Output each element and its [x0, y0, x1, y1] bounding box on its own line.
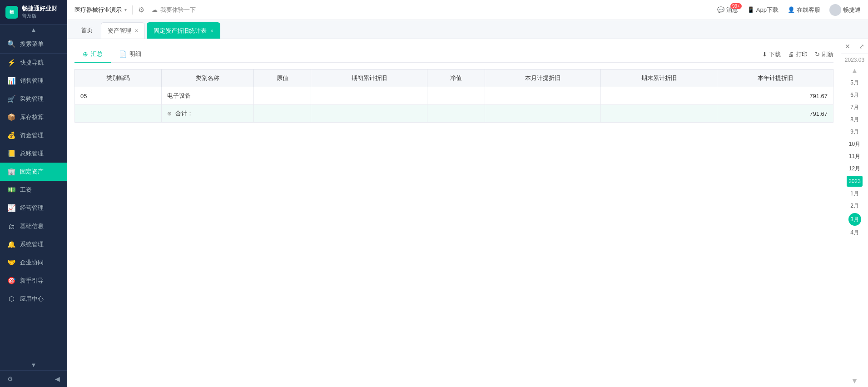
- tab-asset-mgmt[interactable]: 资产管理 ×: [101, 22, 145, 39]
- purchase-icon: 🛒: [7, 95, 15, 103]
- sidebar-item-sales[interactable]: 📊 销售管理: [0, 72, 67, 90]
- sidebar-item-label: 基础信息: [20, 222, 44, 230]
- month-item-4[interactable]: 4月: [841, 227, 868, 239]
- sidebar-item-label: 应用中心: [20, 295, 44, 303]
- right-panel: ✕ ⤢ 2023.03 ▲ 5月 6月 7月 8月 9月 10月 11月 12月…: [841, 39, 868, 387]
- sidebar: 畅 畅捷通好业财 普及版 ▲ 🔍 搜索菜单 ⚡ 快捷导航 📊 销售管理 🛒 采购…: [0, 0, 67, 387]
- cell-original: [253, 87, 311, 105]
- sidebar-item-label: 系统管理: [20, 240, 44, 248]
- topbar-settings-icon[interactable]: ⚙: [138, 5, 144, 14]
- sub-tab-summary-label: 汇总: [91, 50, 103, 58]
- app-download-button[interactable]: 📱 App下载: [747, 6, 779, 14]
- sidebar-item-finance[interactable]: 💰 资金管理: [0, 126, 67, 144]
- messages-button[interactable]: 💬 消息 99+: [717, 6, 738, 14]
- sidebar-item-fixed-assets[interactable]: 🏢 固定资产: [0, 163, 67, 181]
- sidebar-item-inventory[interactable]: 📦 库存核算: [0, 108, 67, 126]
- download-button[interactable]: ⬇ 下载: [762, 50, 781, 59]
- month-item-11[interactable]: 11月: [841, 150, 868, 163]
- total-original: [253, 105, 311, 123]
- sub-tab-summary[interactable]: ⊕ 汇总: [74, 46, 111, 63]
- finance-icon: 💰: [7, 131, 15, 139]
- col-net-value: 净值: [427, 69, 485, 87]
- sidebar-item-operations[interactable]: 📈 经营管理: [0, 199, 67, 217]
- month-item-12[interactable]: 12月: [841, 163, 868, 175]
- sidebar-item-payroll[interactable]: 💵 工资: [0, 181, 67, 199]
- sidebar-scroll-up[interactable]: ▲: [0, 25, 67, 35]
- summary-icon: ⊕: [83, 50, 88, 58]
- tab-asset-mgmt-close[interactable]: ×: [135, 28, 138, 34]
- user-menu[interactable]: 畅捷通: [829, 4, 861, 16]
- ledger-icon: 📒: [7, 149, 15, 158]
- month-item-3[interactable]: 3月: [848, 213, 861, 226]
- panel-header: ✕ ⤢: [841, 39, 868, 54]
- total-cell-empty1: [75, 105, 162, 123]
- sales-icon: 📊: [7, 77, 15, 85]
- quick-nav-icon: ⚡: [7, 59, 15, 67]
- tab-depreciation-report[interactable]: 固定资产折旧统计表 ×: [147, 22, 220, 39]
- user-name: 畅捷通: [843, 6, 861, 14]
- panel-expand-button[interactable]: ⤢: [857, 42, 866, 51]
- report-area: ⊕ 汇总 📄 明细 ⬇ 下载 🖨 打印: [67, 39, 841, 387]
- experience-button[interactable]: ☁ 我要体验一下: [152, 6, 196, 14]
- sidebar-scroll-down[interactable]: ▼: [0, 360, 67, 370]
- app-center-icon: ⬡: [7, 295, 15, 303]
- month-item-5[interactable]: 5月: [841, 77, 868, 89]
- topbar-divider: [132, 5, 133, 15]
- sidebar-title-area: 畅捷通好业财 普及版: [22, 5, 57, 20]
- total-initial-dep: [311, 105, 427, 123]
- download-label: 下载: [769, 50, 781, 59]
- sidebar-item-label: 总账管理: [20, 149, 44, 158]
- sidebar-item-ledger[interactable]: 📒 总账管理: [0, 144, 67, 163]
- sub-tab-detail[interactable]: 📄 明细: [111, 46, 149, 63]
- tab-depreciation-close[interactable]: ×: [210, 28, 213, 34]
- experience-cloud-icon: ☁: [152, 6, 158, 13]
- tab-depreciation-label: 固定资产折旧统计表: [154, 27, 207, 35]
- online-service-button[interactable]: 👤 在线客服: [788, 6, 820, 14]
- panel-close-button[interactable]: ✕: [843, 42, 852, 51]
- sidebar-item-quick-nav[interactable]: ⚡ 快捷导航: [0, 54, 67, 72]
- month-item-1[interactable]: 1月: [841, 188, 868, 200]
- sidebar-item-search[interactable]: 🔍 搜索菜单: [0, 35, 67, 54]
- month-item-2[interactable]: 2月: [841, 200, 868, 212]
- operations-icon: 📈: [7, 204, 15, 212]
- page-content: ⊕ 汇总 📄 明细 ⬇ 下载 🖨 打印: [67, 39, 868, 387]
- cell-annual-dep: 791.67: [717, 87, 833, 105]
- sidebar-item-label: 销售管理: [20, 77, 44, 85]
- cell-monthly-dep: [485, 87, 601, 105]
- sidebar-item-system[interactable]: 🔔 系统管理: [0, 235, 67, 253]
- total-annual-dep: 791.67: [717, 105, 833, 123]
- tab-home[interactable]: 首页: [74, 22, 99, 39]
- sidebar-item-label: 工资: [20, 186, 32, 194]
- sidebar-item-purchase[interactable]: 🛒 采购管理: [0, 90, 67, 108]
- sidebar-item-cooperation[interactable]: 🤝 企业协同: [0, 253, 67, 272]
- total-row: ⊕ 合计： 791.67: [75, 105, 833, 123]
- month-item-8[interactable]: 8月: [841, 114, 868, 126]
- panel-up-button[interactable]: ▲: [849, 65, 860, 77]
- avatar: [829, 4, 841, 16]
- company-name: 医疗器械行业演示: [74, 6, 122, 14]
- app-name: 畅捷通好业财: [22, 5, 57, 13]
- month-item-9[interactable]: 9月: [841, 126, 868, 138]
- month-item-10[interactable]: 10月: [841, 138, 868, 150]
- sidebar-item-guide[interactable]: 🎯 新手引导: [0, 272, 67, 290]
- table-row[interactable]: 05 电子设备 791.67: [75, 87, 833, 105]
- cell-initial-dep: [311, 87, 427, 105]
- refresh-button[interactable]: ↻ 刷新: [815, 50, 833, 59]
- month-item-7[interactable]: 7月: [841, 101, 868, 114]
- main: 医疗器械行业演示 ▾ ⚙ ☁ 我要体验一下 💬 消息 99+ 📱 App下载 👤…: [67, 0, 868, 387]
- settings-icon[interactable]: ⚙: [7, 375, 13, 382]
- detail-icon: 📄: [119, 50, 127, 58]
- panel-down-button[interactable]: ▼: [849, 375, 860, 387]
- sidebar-item-app-center[interactable]: ⬡ 应用中心: [0, 290, 67, 308]
- online-service-label: 在线客服: [797, 6, 820, 14]
- sidebar-item-label: 企业协同: [20, 258, 44, 267]
- table-header-row: 类别编码 类别名称 原值 期初累计折旧 净值 本月计提折旧 期末累计折旧 本年计…: [75, 69, 833, 87]
- sidebar-item-label: 库存核算: [20, 113, 44, 121]
- sidebar-item-basic-info[interactable]: 🗂 基础信息: [0, 217, 67, 235]
- collapse-sidebar-button[interactable]: ◀: [55, 375, 60, 382]
- month-item-6[interactable]: 6月: [841, 89, 868, 101]
- total-label: ⊕ 合计：: [162, 105, 254, 123]
- company-selector[interactable]: 医疗器械行业演示 ▾: [74, 6, 127, 14]
- topbar: 医疗器械行业演示 ▾ ⚙ ☁ 我要体验一下 💬 消息 99+ 📱 App下载 👤…: [67, 0, 868, 20]
- print-button[interactable]: 🖨 打印: [788, 50, 808, 59]
